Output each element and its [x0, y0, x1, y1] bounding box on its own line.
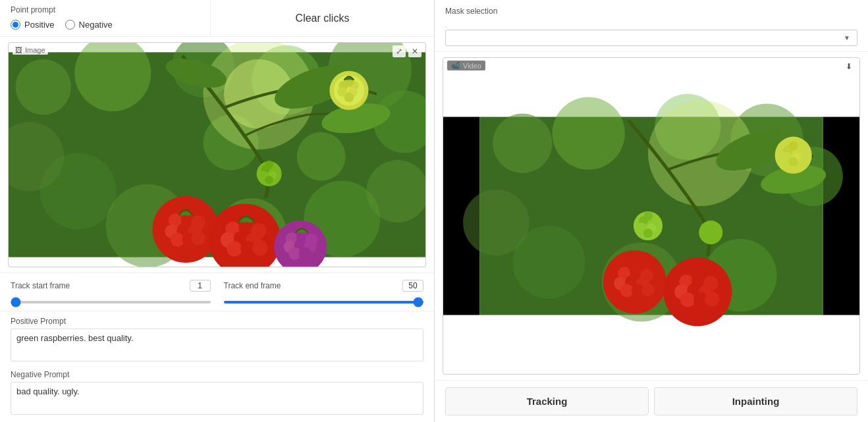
positive-radio-option[interactable]: Positive	[11, 20, 55, 30]
negative-prompt-label: Negative Prompt	[11, 370, 423, 379]
positive-prompt-label: Positive Prompt	[11, 317, 423, 326]
svg-point-27	[344, 93, 354, 103]
svg-point-108	[641, 283, 655, 296]
negative-radio[interactable]	[65, 20, 75, 30]
image-container: 🖼 Image ⤢ ✕	[8, 42, 426, 267]
radio-group: Positive Negative	[11, 20, 200, 30]
svg-point-37	[191, 232, 205, 246]
svg-point-56	[299, 248, 312, 260]
svg-point-63	[265, 176, 273, 184]
track-end-field: Track end frame 50	[224, 280, 424, 305]
video-download-button[interactable]: ⬇	[842, 61, 855, 72]
svg-point-122	[643, 211, 653, 221]
svg-point-8	[40, 153, 116, 229]
raspberry-image[interactable]	[9, 43, 425, 267]
svg-point-82	[789, 142, 798, 151]
positive-radio-label: Positive	[24, 20, 55, 30]
mask-dropdown[interactable]: ▼	[445, 30, 857, 46]
svg-point-60	[265, 161, 273, 169]
negative-radio-option[interactable]: Negative	[65, 20, 113, 30]
track-end-slider[interactable]	[224, 301, 424, 303]
expand-button[interactable]: ⤢	[393, 45, 406, 57]
image-icon: 🖼	[15, 46, 22, 54]
svg-point-1	[16, 59, 71, 115]
video-image	[443, 58, 859, 374]
negative-prompt-textarea[interactable]: bad quality. ugly.	[11, 382, 423, 415]
svg-point-14	[297, 132, 346, 181]
clear-clicks-button[interactable]: Clear clicks	[280, 7, 366, 30]
mask-selection-section: Mask selection . ▼	[435, 0, 868, 52]
left-panel: Point prompt Positive Negative Clear cli…	[0, 0, 435, 422]
svg-point-68	[553, 97, 625, 169]
video-icon: 📹	[451, 61, 460, 70]
video-container: 📹 Video ⬇	[443, 57, 860, 375]
svg-point-116	[680, 292, 695, 307]
svg-point-67	[493, 114, 552, 173]
track-start-field: Track start frame 1	[11, 280, 211, 305]
video-label: 📹 Video	[447, 61, 485, 70]
tracking-button[interactable]: Tracking	[445, 387, 649, 415]
clear-clicks-box: Clear clicks	[211, 0, 434, 36]
track-start-label: Track start frame 1	[11, 280, 211, 292]
svg-point-118	[705, 292, 719, 306]
svg-point-73	[512, 226, 585, 298]
svg-point-47	[252, 240, 267, 255]
positive-radio[interactable]	[11, 20, 20, 30]
point-prompt-box: Point prompt Positive Negative	[0, 0, 211, 36]
svg-point-125	[643, 228, 653, 238]
image-label: 🖼 Image	[13, 45, 48, 55]
mask-dot: .	[445, 20, 857, 30]
inpainting-button[interactable]: Inpainting	[654, 387, 857, 415]
right-panel: Mask selection . ▼ 📹 Video ⬇	[435, 0, 868, 422]
positive-prompt-field: Positive Prompt green raspberries. best …	[11, 317, 423, 363]
dropdown-arrow-icon: ▼	[844, 34, 850, 41]
prompts-section: Positive Prompt green raspberries. best …	[0, 311, 434, 422]
svg-point-85	[789, 157, 798, 167]
top-row: Point prompt Positive Negative Clear cli…	[0, 0, 434, 37]
svg-rect-65	[823, 117, 859, 315]
negative-prompt-field: Negative Prompt bad quality. ugly.	[11, 370, 423, 417]
track-end-label: Track end frame 50	[224, 280, 424, 292]
track-end-value: 50	[402, 280, 423, 292]
negative-radio-label: Negative	[79, 20, 113, 30]
positive-prompt-textarea[interactable]: green raspberries. best quality.	[11, 329, 423, 361]
image-actions: ⤢ ✕	[393, 45, 421, 57]
track-start-value: 1	[190, 280, 211, 292]
action-buttons: Tracking Inpainting	[435, 380, 868, 422]
svg-point-88	[699, 221, 722, 244]
close-image-button[interactable]: ✕	[408, 45, 421, 57]
mask-selection-label: Mask selection	[445, 7, 857, 16]
point-prompt-label: Point prompt	[11, 5, 200, 14]
track-section: Track start frame 1 Track end frame 50	[0, 273, 434, 311]
track-start-slider[interactable]	[11, 301, 211, 303]
svg-point-45	[227, 241, 242, 256]
